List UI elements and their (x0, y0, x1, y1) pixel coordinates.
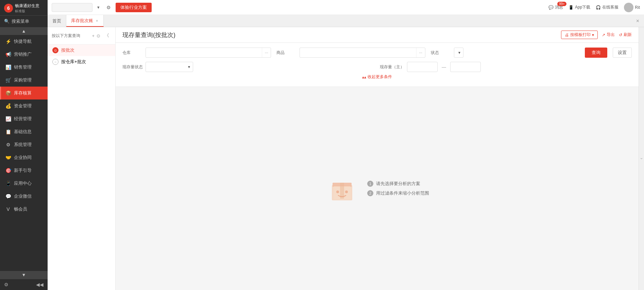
settings-icon[interactable]: ⚙ (4, 282, 9, 287)
messages-btn[interactable]: 💬 消息 99+ (548, 4, 563, 10)
inventory-status-dropdown[interactable]: ▾ (146, 62, 193, 72)
topbar-left: ▾ ⚙ 体验行业方案 (52, 3, 545, 12)
empty-state: 1 请先选择要分析的方案 2 用过滤条件来缩小分析范围 (116, 87, 639, 290)
quantity-max-input[interactable] (450, 62, 481, 72)
plan-item-by-batch[interactable]: ⊙ 按批次 (48, 44, 115, 56)
warehouse-input[interactable] (146, 48, 262, 57)
empty-tip-1: 1 请先选择要分析的方案 (367, 181, 429, 187)
topbar-dropdown[interactable]: ▾ (95, 3, 102, 11)
warehouse-label: 仓库 (122, 50, 143, 56)
sidebar-item-enterprise-wechat[interactable]: 💬 企业微信 (0, 190, 48, 203)
collapse-filter-btn[interactable]: ▴▴ 收起更多条件 (122, 72, 632, 82)
left-panel: 按以下方案查询 + ⊙ 《 ⊙ 按批次 ○ 按仓库+批次 (48, 27, 116, 290)
status-label: 状态 (431, 50, 451, 56)
plan-active-icon: ⊙ (52, 47, 58, 53)
sidebar-item-enterprise[interactable]: 🤝 企业协同 (0, 151, 48, 164)
sidebar-nav: ⚡ 快捷导航 📢 营销推广 📊 销售管理 🛒 采购管理 📦 库存核算 💰 资金管… (0, 35, 48, 271)
export-icon: ↗ (602, 33, 605, 37)
topbar: ▾ ⚙ 体验行业方案 💬 消息 99+ 📱 App下载 🎧 在线客服 (48, 0, 644, 15)
print-btn[interactable]: 🖨 按模板打印 ▾ (561, 31, 598, 39)
product-more-btn[interactable]: ··· (416, 48, 425, 57)
export-btn[interactable]: ↗ 导出 (602, 32, 615, 38)
main-content: ▾ ⚙ 体验行业方案 💬 消息 99+ 📱 App下载 🎧 在线客服 (48, 0, 644, 290)
product-field: 商品 ··· (276, 48, 425, 58)
sidebar-header: 6 畅康通好生意 标准版 (0, 0, 48, 16)
svg-point-5 (345, 191, 348, 193)
warehouse-field: 仓库 ··· (122, 48, 271, 58)
empty-tip-2: 2 用过滤条件来缩小分析范围 (367, 190, 429, 196)
right-collapse-panel[interactable]: › (639, 27, 644, 290)
collapse-sidebar-icon[interactable]: ◀◀ (36, 282, 44, 287)
sidebar-item-purchase[interactable]: 🛒 采购管理 (0, 74, 48, 87)
left-panel-header: 按以下方案查询 + ⊙ 《 (48, 27, 115, 44)
tab-home[interactable]: 首页 (48, 15, 66, 27)
quick-nav-icon: ⚡ (5, 38, 11, 44)
collapse-filter-icon: ▴▴ (362, 75, 366, 79)
tab-close-batch[interactable]: × (95, 19, 99, 23)
sidebar-item-operations[interactable]: 📈 经营管理 (0, 112, 48, 125)
product-input-group: ··· (300, 48, 425, 58)
refresh-btn[interactable]: ↺ 刷新 (619, 32, 632, 38)
sidebar-item-app-center[interactable]: 📱 应用中心 (0, 177, 48, 190)
status-field: 状态 ▾ (431, 48, 579, 58)
quantity-min-input[interactable] (407, 62, 438, 72)
product-label: 商品 (276, 50, 297, 56)
sidebar-item-system[interactable]: ⚙ 系统管理 (0, 138, 48, 151)
topbar-right: 💬 消息 99+ 📱 App下载 🎧 在线客服 Rit (548, 3, 640, 12)
tab-batch-account[interactable]: 库存批次账 × (66, 15, 104, 27)
avatar (624, 3, 633, 12)
sidebar-scroll-up[interactable]: ▲ (0, 27, 48, 35)
purchase-icon: 🛒 (5, 77, 11, 83)
add-plan-icon[interactable]: + (92, 33, 95, 38)
settings-btn[interactable]: 设置 (613, 48, 632, 58)
collapse-left-panel-icon[interactable]: 《 (102, 31, 111, 41)
content-area: 按以下方案查询 + ⊙ 《 ⊙ 按批次 ○ 按仓库+批次 现存量查询(按批次) (48, 27, 644, 290)
sidebar-search[interactable]: 🔍 搜索菜单 (0, 16, 48, 27)
scroll-up-icon: ▲ (22, 29, 26, 34)
message-icon: 💬 (548, 5, 554, 10)
status-dropdown[interactable]: ▾ (454, 48, 463, 58)
sidebar-scroll-down[interactable]: ▼ (0, 271, 48, 279)
right-collapse-icon: › (639, 158, 644, 159)
enterprise-wechat-icon: 💬 (5, 193, 11, 199)
empty-illustration (325, 173, 359, 204)
left-panel-actions: + ⊙ 《 (92, 31, 111, 41)
app-name: 畅康通好生意 标准版 (15, 3, 39, 13)
sidebar-footer: ⚙ ◀◀ (0, 279, 48, 290)
dropdown-chevron-icon: ▾ (97, 5, 100, 10)
sidebar-item-vip[interactable]: V 畅会员 (0, 203, 48, 216)
quantity-field: 现存量（主） — (380, 62, 632, 72)
inventory-status-chevron-icon: ▾ (188, 65, 190, 69)
filter-row-1: 仓库 ··· 商品 ··· (122, 48, 632, 58)
status-chevron-icon: ▾ (458, 50, 460, 55)
svg-point-4 (336, 191, 339, 193)
filter-area: 仓库 ··· 商品 ··· (116, 43, 639, 87)
sidebar-item-basic[interactable]: 📋 基础信息 (0, 125, 48, 138)
topbar-gear-btn[interactable]: ⚙ (104, 3, 113, 12)
app-download-btn[interactable]: 📱 App下载 (569, 4, 590, 10)
inventory-status-label: 现存量状态 (122, 64, 143, 70)
close-all-tabs-btn[interactable]: × (631, 18, 644, 24)
system-icon: ⚙ (5, 142, 11, 148)
gear-icon: ⚙ (106, 5, 111, 10)
sidebar-item-sales[interactable]: 📊 销售管理 (0, 61, 48, 74)
filter-row-2: 现存量状态 ▾ 现存量（主） — (122, 62, 632, 72)
experience-btn[interactable]: 体验行业方案 (116, 3, 152, 12)
product-input[interactable] (300, 48, 416, 57)
online-service-btn[interactable]: 🎧 在线客服 (596, 4, 618, 10)
sidebar-item-inventory[interactable]: 📦 库存核算 (0, 87, 48, 99)
sidebar-item-finance[interactable]: 💰 资金管理 (0, 99, 48, 112)
tabs-bar: 首页 库存批次账 × × (48, 15, 644, 27)
plan-item-by-warehouse-batch[interactable]: ○ 按仓库+批次 (48, 56, 115, 68)
warehouse-more-btn[interactable]: ··· (262, 48, 271, 57)
query-btn[interactable]: 查询 (585, 48, 607, 58)
plan-settings-icon[interactable]: ⊙ (97, 33, 100, 38)
sidebar-item-marketing[interactable]: 📢 营销推广 (0, 48, 48, 61)
inventory-icon: 📦 (5, 90, 11, 96)
printer-icon: 🖨 (565, 33, 569, 37)
sidebar-item-quick-nav[interactable]: ⚡ 快捷导航 (0, 35, 48, 48)
sidebar-item-newbie[interactable]: 🎯 新手引导 (0, 164, 48, 177)
user-avatar-btn[interactable]: Rit (624, 3, 640, 12)
page-header-actions: 🖨 按模板打印 ▾ ↗ 导出 ↺ 刷新 (561, 31, 632, 39)
vip-icon: V (5, 206, 11, 212)
